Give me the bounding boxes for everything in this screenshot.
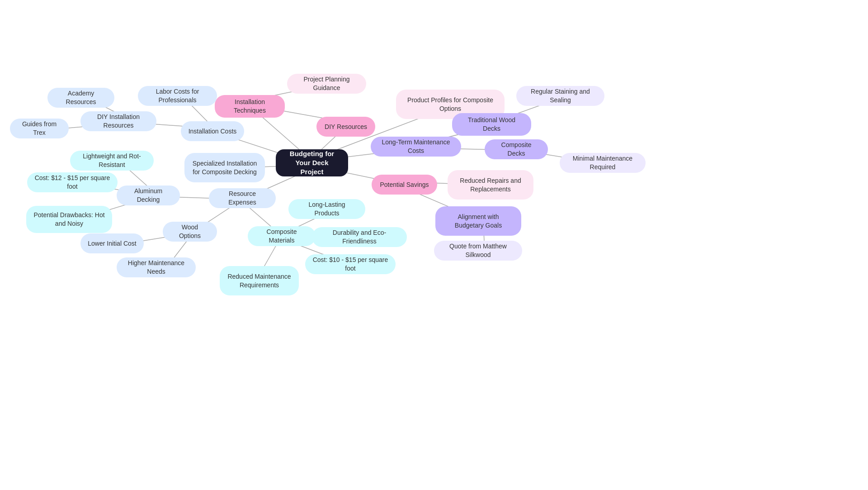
composite-decks-node: Composite Decks [485, 139, 548, 159]
minimal-maintenance-node: Minimal Maintenance Required [560, 153, 646, 173]
higher-maintenance-node: Higher Maintenance Needs [117, 257, 196, 277]
labor-costs-node: Labor Costs for Professionals [138, 86, 217, 106]
regular-staining-node: Regular Staining and Sealing [516, 86, 604, 106]
installation-costs-node: Installation Costs [181, 121, 244, 141]
long-lasting-node: Long-Lasting Products [288, 199, 365, 219]
resource-expenses-node: Resource Expenses [209, 188, 276, 208]
alignment-budgetary-node: Alignment with Budgetary Goals [435, 206, 521, 236]
lower-initial-node: Lower Initial Cost [80, 233, 144, 253]
reduced-repairs-node: Reduced Repairs and Replacements [448, 170, 533, 200]
diy-installation-node: DIY Installation Resources [80, 111, 156, 131]
cost-12-15-node: Cost: $12 - $15 per square foot [27, 172, 118, 192]
academy-resources-node: Academy Resources [47, 88, 114, 108]
guides-from-trex-node: Guides from Trex [10, 119, 69, 138]
quote-matthew-node: Quote from Matthew Silkwood [434, 241, 522, 261]
traditional-wood-node: Traditional Wood Decks [452, 113, 531, 136]
durability-eco-node: Durability and Eco-Friendliness [312, 227, 407, 247]
composite-materials-node: Composite Materials [248, 226, 316, 246]
cost-10-15-node: Cost: $10 - $15 per square foot [305, 254, 396, 274]
center-node: Budgeting for Your Deck Project [276, 149, 348, 176]
project-planning-guidance-node: Project Planning Guidance [287, 74, 366, 94]
aluminum-decking-node: Aluminum Decking [117, 186, 180, 205]
installation-techniques-node: Installation Techniques [215, 95, 285, 118]
potential-drawbacks-node: Potential Drawbacks: Hot and Noisy [26, 206, 112, 233]
long-term-maintenance-node: Long-Term Maintenance Costs [371, 137, 461, 157]
wood-options-node: Wood Options [163, 222, 217, 242]
specialized-installation-node: Specialized Installation for Composite D… [184, 153, 265, 182]
lightweight-rot-node: Lightweight and Rot-Resistant [70, 151, 154, 171]
diy-resources-node: DIY Resources [316, 117, 375, 137]
potential-savings-node: Potential Savings [372, 175, 437, 195]
reduced-maintenance-node: Reduced Maintenance Requirements [220, 266, 299, 295]
